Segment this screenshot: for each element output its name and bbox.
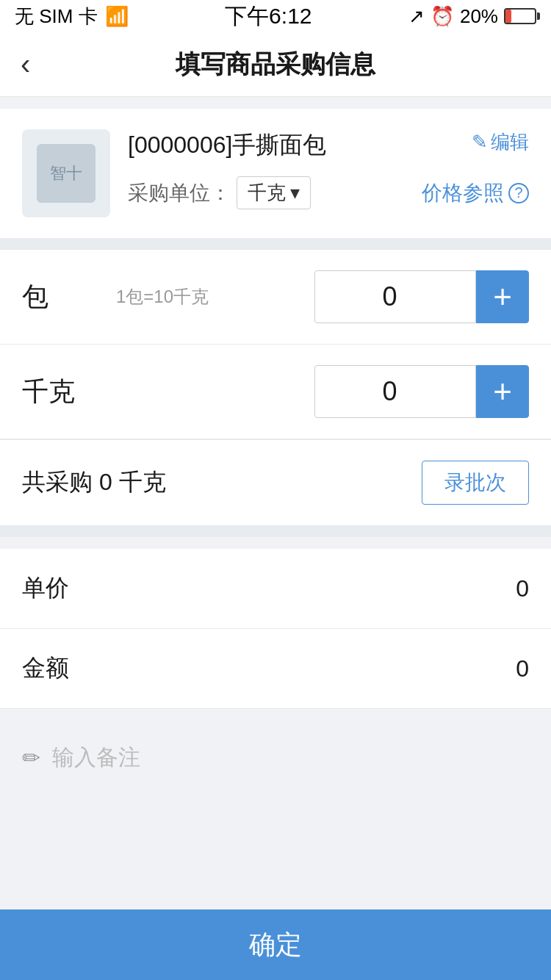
status-left: 无 SIM 卡 📶 (15, 4, 129, 29)
chevron-down-icon: ▾ (290, 181, 300, 204)
status-right: ↗ ⏰ 20% (408, 5, 536, 28)
product-thumbnail: 智十 (37, 144, 96, 203)
battery-icon (504, 8, 536, 24)
page-title: 填写商品采购信息 (176, 48, 375, 82)
product-image-text: 智十 (50, 162, 82, 184)
qty-sublabel-bag: 1包=10千克 (116, 285, 209, 309)
battery-percent: 20% (460, 5, 498, 28)
price-ref-label: 价格参照 (422, 179, 504, 207)
qty-label-bag: 包 (22, 279, 110, 315)
summary-text: 共采购 0 千克 (22, 466, 166, 499)
qty-plus-btn-bag[interactable]: + (476, 270, 529, 323)
edit-icon: ✎ (472, 131, 488, 154)
product-card: 智十 [0000006]手撕面包 ✎ 编辑 采购单位： 千克 ▾ 价格参照 ? (0, 109, 551, 238)
divider-1 (0, 238, 551, 250)
notes-placeholder: 输入备注 (52, 743, 140, 773)
product-name: [0000006]手撕面包 (128, 129, 326, 162)
product-info: [0000006]手撕面包 ✎ 编辑 采购单位： 千克 ▾ 价格参照 ? (128, 129, 529, 209)
price-section: 单价 0 金额 0 (0, 549, 551, 709)
amount-row: 金额 0 (0, 629, 551, 709)
amount-value: 0 (516, 655, 529, 682)
product-name-row: [0000006]手撕面包 ✎ 编辑 (128, 129, 529, 162)
divider-2 (0, 525, 551, 537)
edit-label: 编辑 (491, 129, 529, 155)
price-ref-link[interactable]: 价格参照 ? (422, 179, 529, 207)
qty-input-wrap-bag: + (314, 270, 529, 323)
status-time: 下午6:12 (225, 1, 311, 32)
qty-input-wrap-kg: + (314, 365, 529, 418)
summary-row: 共采购 0 千克 录批次 (0, 439, 551, 525)
batch-button[interactable]: 录批次 (422, 461, 529, 505)
qty-plus-btn-kg[interactable]: + (476, 365, 529, 418)
qty-row-kg: 千克 + (0, 345, 551, 439)
unit-select[interactable]: 千克 ▾ (237, 176, 311, 209)
edit-link[interactable]: ✎ 编辑 (472, 129, 529, 155)
pencil-icon: ✏ (22, 745, 40, 771)
quantity-section: 包 1包=10千克 + 千克 + 共采购 0 千克 录批次 (0, 250, 551, 525)
qty-input-kg[interactable] (314, 365, 476, 418)
unit-price-row: 单价 0 (0, 549, 551, 629)
alarm-icon: ⏰ (431, 5, 454, 28)
status-bar: 无 SIM 卡 📶 下午6:12 ↗ ⏰ 20% (0, 0, 551, 32)
unit-price-label: 单价 (22, 572, 69, 605)
product-unit-row: 采购单位： 千克 ▾ 价格参照 ? (128, 176, 529, 209)
qty-label-kg: 千克 (22, 374, 110, 410)
qty-input-bag[interactable] (314, 270, 476, 323)
notes-section[interactable]: ✏ 输入备注 (0, 721, 551, 795)
location-icon: ↗ (408, 5, 425, 28)
qty-row-bag: 包 1包=10千克 + (0, 250, 551, 345)
amount-label: 金额 (22, 652, 69, 685)
back-button[interactable]: ‹ (21, 48, 30, 81)
confirm-button[interactable]: 确定 (0, 909, 551, 980)
product-image: 智十 (22, 129, 110, 217)
wifi-icon: 📶 (105, 5, 129, 28)
unit-label: 采购单位： (128, 179, 231, 207)
unit-value: 千克 (248, 180, 286, 206)
page-header: ‹ 填写商品采购信息 (0, 32, 551, 97)
help-icon: ? (508, 183, 529, 203)
unit-price-value: 0 (516, 575, 529, 602)
sim-text: 无 SIM 卡 (15, 4, 98, 29)
